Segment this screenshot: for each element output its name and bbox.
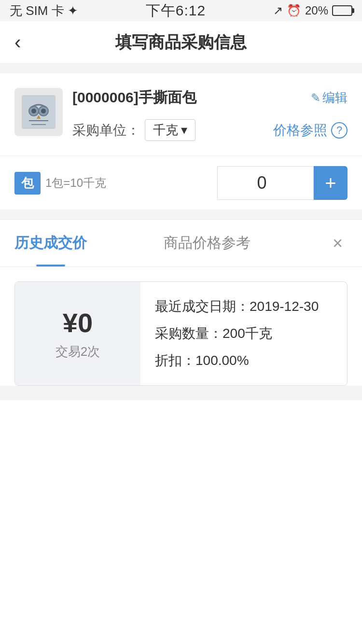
- price-card: ¥0 交易2次 最近成交日期：2019-12-30 采购数量：200千克 折扣：…: [14, 281, 348, 386]
- unit-label: 采购单位：: [72, 121, 140, 140]
- product-image: [14, 88, 63, 136]
- quantity-label: 包 1包=10千克: [14, 172, 106, 195]
- price-ref-help-icon: ?: [331, 122, 348, 139]
- unit-select[interactable]: 千克 ▾: [145, 119, 195, 141]
- nav-bar: ‹ 填写商品采购信息: [0, 21, 362, 64]
- tab-history-price[interactable]: 历史成交价: [14, 220, 87, 266]
- unit-left: 采购单位： 千克 ▾: [72, 119, 195, 141]
- svg-marker-4: [37, 115, 41, 119]
- product-logo: [22, 95, 56, 129]
- tab-product-price-ref[interactable]: 商品价格参考: [164, 220, 251, 266]
- status-left: 无 SIM 卡 ✦: [10, 2, 78, 19]
- quantity-section: 包 1包=10千克 +: [0, 156, 362, 210]
- product-info: [0000006]手撕面包 ✎ 编辑 采购单位： 千克 ▾ 价格参照 ?: [72, 88, 348, 141]
- price-date-row: 最近成交日期：2019-12-30: [155, 296, 333, 317]
- price-times: 交易2次: [56, 343, 100, 360]
- status-bar: 无 SIM 卡 ✦ 下午6:12 ↗ ⏰ 20%: [0, 0, 362, 21]
- status-time: 下午6:12: [146, 1, 206, 21]
- product-header: [0000006]手撕面包 ✎ 编辑 采购单位： 千克 ▾ 价格参照 ?: [14, 88, 348, 141]
- battery-percent: 20%: [305, 4, 328, 17]
- edit-button[interactable]: ✎ 编辑: [311, 89, 348, 106]
- location-icon: ↗: [273, 4, 283, 17]
- quantity-row: 包 1包=10千克 +: [14, 166, 348, 200]
- unit-badge: 包: [14, 172, 41, 195]
- product-name: [0000006]手撕面包: [72, 88, 196, 108]
- product-name-row: [0000006]手撕面包 ✎ 编辑: [72, 88, 348, 108]
- back-button[interactable]: ‹: [14, 31, 21, 53]
- price-amount: ¥0: [63, 307, 93, 338]
- product-card: [0000006]手撕面包 ✎ 编辑 采购单位： 千克 ▾ 价格参照 ?: [0, 73, 362, 155]
- price-left: ¥0 交易2次: [15, 282, 140, 385]
- price-right: 最近成交日期：2019-12-30 采购数量：200千克 折扣：100.00%: [140, 282, 347, 385]
- status-right: ↗ ⏰ 20%: [273, 4, 352, 17]
- price-panel-tabs: 历史成交价 商品价格参考 ×: [0, 220, 362, 267]
- edit-icon: ✎: [311, 91, 320, 105]
- close-panel-button[interactable]: ×: [328, 228, 348, 258]
- bottom-area: [0, 400, 362, 644]
- price-discount-row: 折扣：100.00%: [155, 350, 333, 371]
- quantity-plus-button[interactable]: +: [314, 166, 348, 200]
- battery-icon: [332, 5, 352, 16]
- page-title: 填写商品采购信息: [115, 31, 247, 54]
- svg-point-2: [31, 109, 36, 113]
- svg-point-3: [41, 109, 46, 113]
- price-qty-row: 采购数量：200千克: [155, 323, 333, 344]
- sim-signal-text: 无 SIM 卡 ✦: [10, 2, 78, 19]
- quantity-input[interactable]: [217, 166, 314, 200]
- alarm-icon: ⏰: [287, 4, 301, 17]
- price-ref-button[interactable]: 价格参照 ?: [273, 121, 348, 140]
- unit-conversion: 1包=10千克: [45, 175, 106, 191]
- quantity-input-group: +: [217, 166, 348, 200]
- price-panel: 历史成交价 商品价格参考 × ¥0 交易2次 最近成交日期：2019-12-30…: [0, 219, 362, 386]
- product-unit-row: 采购单位： 千克 ▾ 价格参照 ?: [72, 119, 348, 141]
